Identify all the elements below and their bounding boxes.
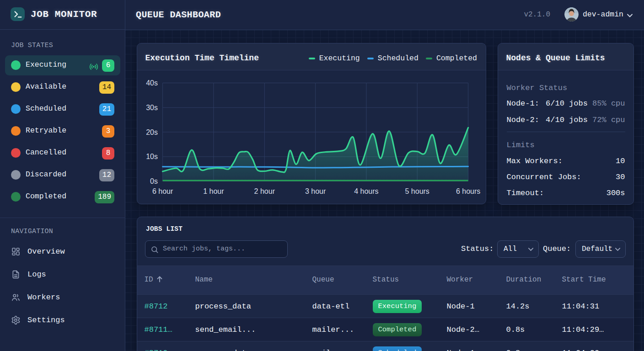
svg-text:0s: 0s xyxy=(150,177,158,185)
svg-text:6 hours: 6 hours xyxy=(456,187,480,195)
svg-text:10s: 10s xyxy=(146,153,158,160)
svg-text:4 hours: 4 hours xyxy=(354,187,378,195)
svg-text:6 hour: 6 hour xyxy=(152,187,173,195)
svg-text:1 hour: 1 hour xyxy=(203,187,224,195)
svg-text:2 hour: 2 hour xyxy=(254,187,275,195)
svg-text:30s: 30s xyxy=(146,104,158,112)
svg-text:20s: 20s xyxy=(146,128,158,136)
svg-text:3 hour: 3 hour xyxy=(305,187,326,195)
svg-text:40s: 40s xyxy=(146,79,158,87)
svg-text:5 hours: 5 hours xyxy=(405,187,429,195)
